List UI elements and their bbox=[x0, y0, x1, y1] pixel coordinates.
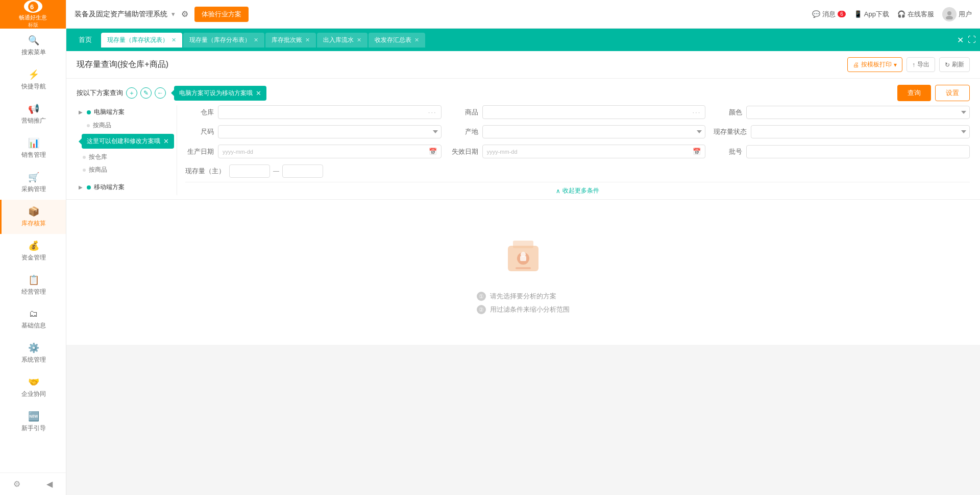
stock-qty-end[interactable] bbox=[282, 164, 323, 178]
stock-status-label: 现存量状态 bbox=[714, 127, 747, 136]
search-button[interactable]: 查询 bbox=[897, 85, 931, 101]
refresh-btn[interactable]: ↻ 刷新 bbox=[939, 57, 970, 72]
collapse-btn[interactable]: ∧ 收起更多条件 bbox=[185, 182, 970, 195]
sub-item-warehouse[interactable]: 按仓库 bbox=[81, 151, 168, 163]
new-icon: 🆕 bbox=[28, 411, 39, 422]
expand-arrow-icon: ▶ bbox=[79, 109, 84, 115]
filter-row3: 生产日期 yyyy-mm-dd 📅 失效日期 yyyy- bbox=[185, 145, 970, 158]
tab-close-inventory-dist[interactable]: ✕ bbox=[254, 37, 258, 43]
color-label: 颜色 bbox=[714, 108, 742, 117]
svg-point-3 bbox=[946, 16, 953, 19]
export-btn[interactable]: ↑ 导出 bbox=[906, 57, 935, 72]
sidebar-item-quicknav[interactable]: ⚡ 快捷导航 bbox=[0, 63, 66, 97]
tab-close-all-btn[interactable]: ✕ bbox=[957, 35, 964, 45]
svg-rect-9 bbox=[516, 267, 531, 269]
sidebar-settings-btn[interactable]: ⚙ bbox=[13, 479, 20, 489]
scheme-panel: ▶ 电脑端方案 按商品 bbox=[77, 105, 168, 195]
size-label: 尺码 bbox=[185, 127, 214, 136]
sidebar-item-label-search: 搜索菜单 bbox=[21, 48, 46, 57]
system-selector[interactable]: 装备及固定资产辅助管理系统 ▾ bbox=[75, 10, 175, 19]
produce-date-range: yyyy-mm-dd 📅 bbox=[218, 145, 442, 158]
goods-dots: ··· bbox=[692, 108, 701, 116]
tab-close-batch-account[interactable]: ✕ bbox=[305, 37, 310, 43]
app-download-btn[interactable]: 📱 App下载 bbox=[854, 10, 889, 19]
back-btn[interactable]: ← bbox=[155, 87, 166, 99]
svg-text:6: 6 bbox=[30, 3, 34, 11]
color-select[interactable] bbox=[746, 106, 970, 119]
warehouse-input[interactable]: ··· bbox=[218, 105, 442, 119]
user-area[interactable]: 用户 bbox=[942, 7, 972, 21]
template-print-btn[interactable]: 🖨 按模板打印 ▾ bbox=[847, 57, 902, 72]
mobile-scheme-tree-item[interactable]: ▶ 移动端方案 bbox=[77, 180, 168, 194]
reset-button[interactable]: 设置 bbox=[935, 85, 970, 101]
expire-date-input[interactable]: yyyy-mm-dd 📅 bbox=[482, 145, 706, 158]
sidebar-item-operations[interactable]: 📋 经营管理 bbox=[0, 268, 66, 302]
tooltip2-close[interactable]: ✕ bbox=[163, 137, 169, 145]
mobile-scheme-label: 移动端方案 bbox=[94, 183, 125, 192]
sidebar-item-finance[interactable]: 💰 资金管理 bbox=[0, 234, 66, 268]
sidebar-item-inventory[interactable]: 📦 库存核算 bbox=[0, 200, 66, 234]
pc-scheme-tree-item[interactable]: ▶ 电脑端方案 bbox=[77, 105, 168, 119]
sidebar-item-enterprise[interactable]: 🤝 企业协同 bbox=[0, 370, 66, 405]
stock-status-select[interactable] bbox=[751, 125, 970, 138]
sidebar-item-purchase[interactable]: 🛒 采购管理 bbox=[0, 166, 66, 200]
hint2-num: ② bbox=[477, 305, 486, 314]
handshake-icon: 🤝 bbox=[28, 376, 39, 388]
batch-input[interactable] bbox=[746, 145, 970, 158]
fields-panel: 仓库 ··· 商品 ··· bbox=[185, 105, 970, 195]
origin-select[interactable] bbox=[482, 125, 706, 138]
sidebar-item-sales[interactable]: 📊 销售管理 bbox=[0, 131, 66, 166]
tab-home[interactable]: 首页 bbox=[70, 32, 100, 48]
sidebar-item-label-operations: 经营管理 bbox=[21, 288, 46, 296]
chevron-down-icon: ▾ bbox=[172, 10, 175, 18]
tab-inventory-status[interactable]: 现存量（库存状况表） ✕ bbox=[101, 33, 182, 48]
pc-scheme-sub-item[interactable]: 按商品 bbox=[85, 119, 168, 132]
sidebar-item-search[interactable]: 🔍 搜索菜单 bbox=[0, 29, 66, 63]
sidebar-item-label-sales: 销售管理 bbox=[21, 151, 46, 159]
produce-date-label: 生产日期 bbox=[185, 147, 214, 156]
app-download-label: App下载 bbox=[864, 10, 889, 19]
tab-fullscreen-btn[interactable]: ⛶ bbox=[968, 35, 976, 45]
produce-date-start[interactable]: yyyy-mm-dd 📅 bbox=[218, 145, 442, 158]
tab-inventory-dist[interactable]: 现存量（库存分布表） ✕ bbox=[183, 33, 264, 48]
edit-scheme-btn[interactable]: ✎ bbox=[140, 87, 152, 99]
goods-input[interactable]: ··· bbox=[482, 105, 706, 119]
collapse-up-icon: ∧ bbox=[556, 187, 560, 195]
sidebar-item-basics[interactable]: 🗂 基础信息 bbox=[0, 302, 66, 336]
app-name: 畅通好生意 bbox=[19, 14, 47, 21]
sidebar-item-marketing[interactable]: 📢 营销推广 bbox=[0, 97, 66, 131]
main-area: 装备及固定资产辅助管理系统 ▾ ⚙ 体验行业方案 💬 消息 6 📱 App下载 … bbox=[66, 0, 980, 495]
tab-batch-account[interactable]: 库存批次账 ✕ bbox=[265, 33, 316, 48]
settings-icon[interactable]: ⚙ bbox=[181, 9, 188, 19]
tab-collect-summary[interactable]: 收发存汇总表 ✕ bbox=[369, 33, 425, 48]
sidebar-collapse-btn[interactable]: ◀ bbox=[46, 479, 53, 489]
range-sep-icon: — bbox=[273, 168, 279, 175]
produce-date-field: 生产日期 yyyy-mm-dd 📅 bbox=[185, 145, 442, 158]
tab-inout-flow[interactable]: 出入库流水 ✕ bbox=[317, 33, 368, 48]
batch-label: 批号 bbox=[714, 147, 742, 156]
online-support-btn[interactable]: 🎧 在线客服 bbox=[897, 10, 934, 19]
sidebar-item-label-quicknav: 快捷导航 bbox=[21, 82, 46, 91]
sub-dot2-icon bbox=[83, 156, 86, 159]
sub-item-goods[interactable]: 按商品 bbox=[81, 163, 168, 176]
sidebar-item-label-marketing: 营销推广 bbox=[21, 116, 46, 125]
tab-close-inventory-status[interactable]: ✕ bbox=[172, 37, 176, 43]
trial-button[interactable]: 体验行业方案 bbox=[194, 7, 249, 22]
sidebar-item-label-inventory: 库存核算 bbox=[21, 219, 46, 228]
headset-icon: 🎧 bbox=[897, 10, 905, 18]
filter-header-row: 按以下方案查询 ＋ ✎ ← 电脑方案可设为移动方案哦 ✕ 查询 设置 bbox=[77, 85, 970, 101]
add-scheme-btn[interactable]: ＋ bbox=[126, 87, 137, 99]
tab-close-collect-summary[interactable]: ✕ bbox=[414, 37, 419, 43]
sub-dot-icon bbox=[87, 124, 90, 127]
sidebar-item-guide[interactable]: 🆕 新手引导 bbox=[0, 405, 66, 439]
empty-hints: ① 请先选择要分析的方案 ② 用过滤条件来缩小分析范围 bbox=[477, 292, 570, 314]
hint1-text: 请先选择要分析的方案 bbox=[490, 292, 556, 301]
megaphone-icon: 📢 bbox=[28, 103, 39, 114]
message-btn[interactable]: 💬 消息 6 bbox=[812, 10, 846, 19]
stock-qty-start[interactable] bbox=[229, 164, 270, 178]
sidebar-item-system[interactable]: ⚙️ 系统管理 bbox=[0, 336, 66, 370]
tooltip1-close[interactable]: ✕ bbox=[256, 89, 261, 97]
size-select[interactable] bbox=[218, 125, 442, 138]
filter-row4: 现存量（主） — bbox=[185, 164, 970, 178]
tab-close-inout-flow[interactable]: ✕ bbox=[357, 37, 361, 43]
